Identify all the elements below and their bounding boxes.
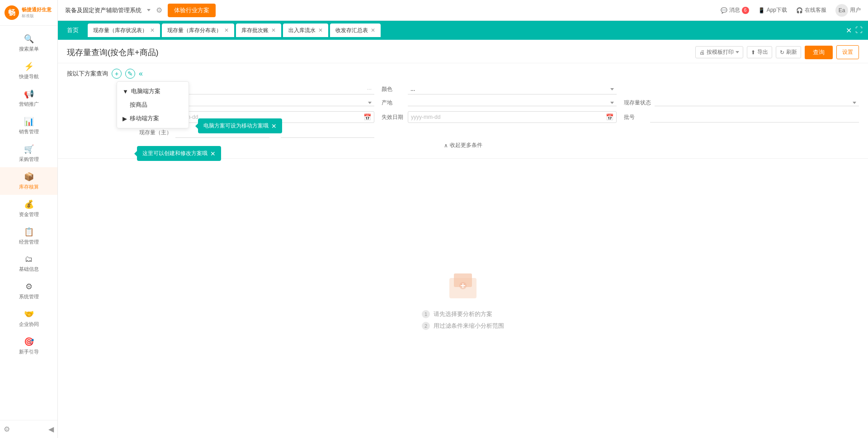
sidebar-item-system[interactable]: ⚙ 系统管理 <box>0 277 57 305</box>
tab-close-icon[interactable]: ✕ <box>150 27 155 33</box>
sidebar-item-finance[interactable]: 💰 资金管理 <box>0 195 57 222</box>
sidebar-item-inventory[interactable]: 📦 库存核算 <box>0 167 57 195</box>
query-button[interactable]: 查询 <box>805 46 833 59</box>
service-item[interactable]: 🎧 在线客服 <box>796 6 826 14</box>
tab-home[interactable]: 首页 <box>60 21 86 40</box>
tab-close-all-icon[interactable]: ✕ <box>846 26 852 35</box>
filter-field-stock-status: 现存量状态 <box>624 99 859 107</box>
tooltip-text: 电脑方案可设为移动方案哦 <box>203 122 269 130</box>
tab-bar: 首页 现存量（库存状况表） ✕ 现存量（库存分布表） ✕ 库存批次账 ✕ 出入库… <box>58 21 868 40</box>
finance-icon: 💰 <box>24 199 34 209</box>
batch-no-label: 批号 <box>624 113 646 121</box>
page-header: 现存量查询(按仓库+商品) 🖨 按模板打印 ⬆ 导出 ↻ 刷新 查询 设置 <box>58 40 868 63</box>
scheme-item-mobile[interactable]: ▶ 移动端方案 <box>117 112 189 125</box>
add-scheme-button[interactable]: + <box>112 69 122 79</box>
main-area: 装备及固定资产辅助管理系统 ⚙ 体验行业方案 💬 消息 6 📱 App下载 🎧 … <box>58 0 868 438</box>
tab-label: 现存量（库存分布表） <box>167 27 222 34</box>
batch-no-input[interactable] <box>650 112 859 122</box>
print-button[interactable]: 🖨 按模板打印 <box>695 46 743 58</box>
tab-close-icon[interactable]: ✕ <box>371 27 375 33</box>
user-label: 用户 <box>850 6 861 14</box>
tooltip-close-icon-2[interactable]: ✕ <box>210 150 216 157</box>
quick-nav-icon: ⚡ <box>24 61 34 71</box>
sidebar-item-enterprise[interactable]: 🤝 企业协同 <box>0 305 57 332</box>
color-dropdown-icon <box>610 88 614 90</box>
sidebar-item-marketing[interactable]: 📢 营销推广 <box>0 85 57 112</box>
message-item[interactable]: 💬 消息 6 <box>721 6 749 14</box>
export-button[interactable]: ⬆ 导出 <box>747 46 772 58</box>
sales-icon: 📊 <box>24 117 34 127</box>
sidebar-item-quick-nav[interactable]: ⚡ 快捷导航 <box>0 57 57 85</box>
sidebar-item-purchase[interactable]: 🛒 采购管理 <box>0 140 57 167</box>
app-download-item[interactable]: 📱 App下载 <box>758 6 787 14</box>
experience-button[interactable]: 体验行业方案 <box>168 4 216 17</box>
tab-batch-accounts[interactable]: 库存批次账 ✕ <box>236 24 281 37</box>
user-item[interactable]: Ea 用户 <box>835 4 861 17</box>
sidebar-item-sales[interactable]: 📊 销售管理 <box>0 112 57 140</box>
color-select[interactable]: ... <box>408 84 617 94</box>
gear-icon[interactable]: ⚙ <box>156 6 162 14</box>
stock-status-select[interactable] <box>655 100 859 106</box>
collapse-sidebar-icon[interactable]: ◀ <box>48 425 54 433</box>
system-dropdown-icon[interactable] <box>147 9 151 11</box>
filter-label: 按以下方案查询 <box>67 70 108 78</box>
sidebar-item-basic[interactable]: 🗂 基础信息 <box>0 250 57 277</box>
sidebar-item-label: 新手引导 <box>19 349 39 355</box>
tab-collect-summary[interactable]: 收发存汇总表 ✕ <box>330 24 381 37</box>
filter-field-expire-date: 失效日期 yyyy-mm-dd 📅 <box>382 111 617 123</box>
tooltip-close-icon[interactable]: ✕ <box>271 122 277 130</box>
tip-num-2: 2 <box>422 322 430 330</box>
edit-scheme-button[interactable]: ✎ <box>125 69 135 79</box>
sidebar-item-label: 营销推广 <box>19 101 39 108</box>
expand-icon: ▼ <box>123 88 128 95</box>
sidebar-item-search[interactable]: 🔍 搜索菜单 <box>0 29 57 57</box>
tab-inout-flow[interactable]: 出入库流水 ✕ <box>283 24 328 37</box>
avatar: Ea <box>835 4 848 17</box>
tab-close-icon[interactable]: ✕ <box>271 27 276 33</box>
scheme-item-desktop[interactable]: ▼ 电脑端方案 <box>117 85 189 98</box>
tab-expand-icon[interactable]: ⛶ <box>855 26 863 34</box>
tab-close-icon[interactable]: ✕ <box>318 27 323 33</box>
tab-inventory-dist[interactable]: 现存量（库存分布表） ✕ <box>162 24 234 37</box>
collapse-label: 收起更多条件 <box>450 141 482 149</box>
empty-tip-2: 2 用过滤条件来缩小分析范围 <box>422 322 504 330</box>
service-icon: 🎧 <box>796 7 803 14</box>
app-icon: 📱 <box>758 7 765 14</box>
sidebar-item-guide[interactable]: 🎯 新手引导 <box>0 332 57 360</box>
filter-field-origin: 产地 <box>382 99 617 107</box>
scheme-item-label: 移动端方案 <box>130 114 159 122</box>
logo-text: 畅捷通好生意 标准版 <box>22 6 52 19</box>
setup-button[interactable]: 设置 <box>836 45 859 59</box>
sidebar-item-label: 库存核算 <box>19 184 39 190</box>
scheme-item-label: 按商品 <box>130 101 147 109</box>
origin-select[interactable] <box>408 100 617 106</box>
expire-date-input[interactable]: yyyy-mm-dd 📅 <box>408 111 617 123</box>
goods-select[interactable]: ... ⋯ <box>165 84 374 94</box>
calendar-icon-1: 📅 <box>363 113 371 121</box>
filter-row-2: 尺码 产地 现存量状态 <box>139 99 859 107</box>
search-icon: 🔍 <box>24 34 34 44</box>
stock-amount-max-input[interactable] <box>281 127 375 138</box>
tab-bar-right: ✕ ⛶ <box>846 26 868 35</box>
tooltip-create-scheme: 这里可以创建和修改方案哦 ✕ <box>137 146 221 161</box>
message-badge: 6 <box>742 7 749 14</box>
logo-brand: 畅捷通好生意 <box>22 6 52 13</box>
sidebar-item-operations[interactable]: 📋 经营管理 <box>0 222 57 250</box>
refresh-button[interactable]: ↻ 刷新 <box>776 46 801 58</box>
tab-close-icon[interactable]: ✕ <box>224 27 229 33</box>
size-select[interactable] <box>165 100 374 106</box>
scheme-nav-icon[interactable]: « <box>139 70 143 78</box>
tab-label: 现存量（库存状况表） <box>93 27 147 34</box>
scheme-item-label: 电脑端方案 <box>131 87 160 95</box>
scheme-tree: ▼ 电脑端方案 按商品 ▶ 移动端方案 <box>117 81 189 128</box>
sidebar-item-label: 采购管理 <box>19 156 39 163</box>
system-icon: ⚙ <box>25 282 33 292</box>
empty-state: 1 请先选择要分析的方案 2 用过滤条件来缩小分析范围 <box>58 159 868 438</box>
message-icon: 💬 <box>721 7 727 14</box>
settings-bottom-icon[interactable]: ⚙ <box>4 425 10 433</box>
page-title: 现存量查询(按仓库+商品) <box>67 47 159 58</box>
scheme-item-goods[interactable]: 按商品 <box>117 98 189 112</box>
page-content: 现存量查询(按仓库+商品) 🖨 按模板打印 ⬆ 导出 ↻ 刷新 查询 设置 <box>58 40 868 438</box>
goods-dropdown-icon: ⋯ <box>367 87 372 92</box>
tab-inventory-status[interactable]: 现存量（库存状况表） ✕ <box>88 24 160 37</box>
